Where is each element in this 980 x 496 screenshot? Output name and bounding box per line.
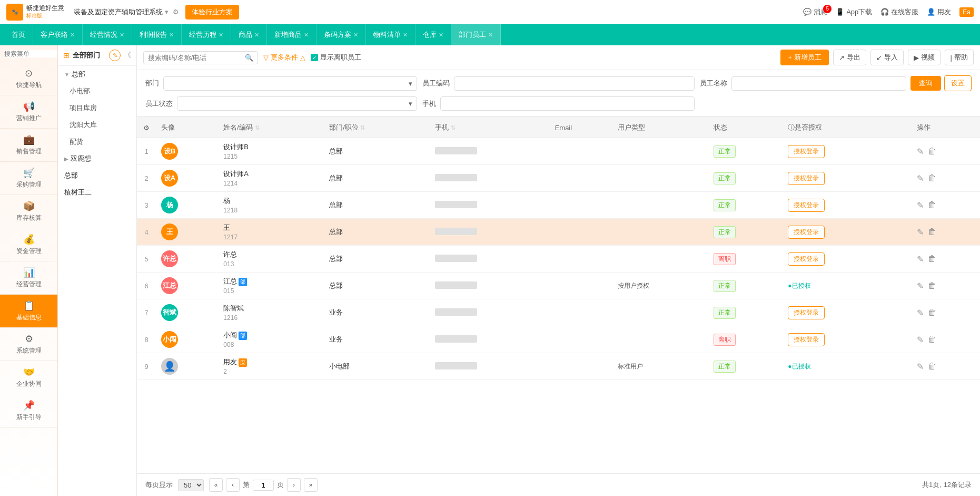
- export-button[interactable]: ↗ 导出: [833, 50, 866, 65]
- sidebar-search-input[interactable]: [4, 50, 58, 57]
- filter-status-select[interactable]: ▾: [177, 96, 417, 111]
- tab-bom[interactable]: 物料清单 ✕: [366, 24, 415, 45]
- close-icon[interactable]: ✕: [304, 32, 309, 38]
- last-page-btn[interactable]: »: [304, 478, 318, 492]
- close-icon[interactable]: ✕: [219, 32, 223, 38]
- add-employee-button[interactable]: + 新增员工: [780, 50, 828, 65]
- dept-item-zongbu2[interactable]: 总部: [58, 167, 136, 184]
- trial-button[interactable]: 体验行业方案: [185, 5, 239, 20]
- video-button[interactable]: ▶ 视频: [908, 50, 941, 65]
- help-button[interactable]: | 帮助: [945, 50, 974, 65]
- next-page-btn[interactable]: ›: [287, 478, 301, 492]
- tab-home[interactable]: 首页: [4, 24, 33, 45]
- tab-customer[interactable]: 客户联络 ✕: [33, 24, 83, 45]
- sidebar-item-purchase[interactable]: 🛒 采购管理: [0, 162, 57, 195]
- sort-icon[interactable]: ⇅: [360, 124, 365, 131]
- edit-icon[interactable]: ✎: [917, 227, 924, 237]
- sidebar-item-marketing[interactable]: 📢 营销推广: [0, 95, 57, 129]
- tab-operation[interactable]: 经营情况 ✕: [83, 24, 132, 45]
- show-resigned-toggle[interactable]: ✓ 显示离职员工: [311, 53, 361, 62]
- close-icon[interactable]: ✕: [488, 32, 493, 38]
- tab-warehouse[interactable]: 仓库 ✕: [415, 24, 451, 45]
- sidebar-item-system[interactable]: ⚙ 系统管理: [0, 328, 57, 361]
- delete-icon[interactable]: 🗑: [928, 308, 936, 317]
- sidebar-item-basic[interactable]: 📋 基础信息: [0, 295, 57, 328]
- sidebar-item-stock[interactable]: 📦 库存核算: [0, 195, 57, 228]
- sidebar-item-enterprise[interactable]: 🤝 企业协同: [0, 361, 57, 394]
- filter-dept-select[interactable]: ▾: [163, 76, 417, 91]
- edit-icon[interactable]: ✎: [917, 362, 924, 372]
- close-icon[interactable]: ✕: [439, 32, 443, 38]
- message-btn[interactable]: 💬 5 消息: [803, 7, 827, 17]
- edit-icon[interactable]: ✎: [917, 281, 924, 291]
- emp-name-input[interactable]: [731, 76, 906, 91]
- delete-icon[interactable]: 🗑: [928, 227, 936, 237]
- close-icon[interactable]: ✕: [169, 32, 174, 38]
- close-icon[interactable]: ✕: [403, 32, 408, 38]
- user-avatar[interactable]: 👤 用友: [927, 7, 951, 17]
- title-dropdown-icon[interactable]: ▾: [165, 8, 169, 16]
- auth-button[interactable]: 授权登录: [788, 333, 825, 346]
- tab-history[interactable]: 经营历程 ✕: [182, 24, 231, 45]
- dept-item-zongbu-group[interactable]: ▼ 总部: [58, 66, 136, 83]
- first-page-btn[interactable]: «: [209, 478, 223, 492]
- col-name[interactable]: 姓名/编码 ⇅: [218, 118, 324, 138]
- auth-button[interactable]: 授权登录: [788, 252, 825, 266]
- delete-icon[interactable]: 🗑: [928, 147, 936, 156]
- sort-icon[interactable]: ⇅: [255, 124, 260, 131]
- sidebar-item-sales[interactable]: 💼 销售管理: [0, 129, 57, 162]
- page-input[interactable]: [253, 480, 274, 491]
- delete-icon[interactable]: 🗑: [928, 200, 936, 210]
- settings-icon[interactable]: ⚙: [173, 8, 179, 16]
- sidebar-item-bizop[interactable]: 📊 经营管理: [0, 261, 57, 295]
- col-dept[interactable]: 部门/职位 ⇅: [324, 118, 430, 138]
- dept-item-shuanglu[interactable]: ▶ 双鹿想: [58, 150, 136, 167]
- delete-icon[interactable]: 🗑: [928, 281, 936, 290]
- edit-icon[interactable]: ✎: [917, 335, 924, 345]
- edit-icon[interactable]: ✎: [917, 254, 924, 264]
- close-icon[interactable]: ✕: [120, 32, 124, 38]
- tab-employee[interactable]: 部门员工 ✕: [451, 24, 501, 45]
- dept-item-peihuo[interactable]: 配货: [58, 133, 136, 150]
- set-button[interactable]: 设置: [944, 75, 972, 91]
- tab-goods[interactable]: 商品 ✕: [231, 24, 267, 45]
- prev-page-btn[interactable]: ‹: [226, 478, 240, 492]
- auth-button[interactable]: 授权登录: [788, 226, 825, 239]
- dept-item-project[interactable]: 项目库房: [58, 100, 136, 116]
- close-icon[interactable]: ✕: [70, 32, 75, 38]
- import-button[interactable]: ↙ 导入: [870, 50, 904, 65]
- page-size-select[interactable]: 50: [178, 479, 204, 491]
- auth-button[interactable]: 授权登录: [788, 306, 825, 319]
- auth-button[interactable]: 授权登录: [788, 145, 825, 158]
- dept-collapse-icon[interactable]: 《: [124, 51, 131, 60]
- col-settings[interactable]: ⚙: [137, 118, 156, 138]
- edit-icon[interactable]: ✎: [917, 147, 924, 157]
- auth-button[interactable]: 授权登录: [788, 172, 825, 185]
- tab-profit[interactable]: 利润报告 ✕: [132, 24, 182, 45]
- edit-icon[interactable]: ✎: [917, 173, 924, 183]
- sort-icon[interactable]: ⇅: [451, 124, 456, 131]
- tab-barcode[interactable]: 条码方案 ✕: [316, 24, 366, 45]
- delete-icon[interactable]: 🗑: [928, 173, 936, 183]
- dept-edit-icon[interactable]: ✎: [109, 50, 121, 61]
- edit-icon[interactable]: ✎: [917, 308, 924, 318]
- app-download-btn[interactable]: 📱 App下载: [836, 7, 872, 17]
- dept-item-shenyang[interactable]: 沈阳大库: [58, 116, 136, 133]
- online-service-btn[interactable]: 🎧 在线客服: [880, 7, 918, 17]
- tab-new-goods[interactable]: 新增商品 ✕: [267, 24, 316, 45]
- sidebar-item-guide[interactable]: 📌 新手引导: [0, 394, 57, 427]
- close-icon[interactable]: ✕: [353, 32, 358, 38]
- close-icon[interactable]: ✕: [254, 32, 259, 38]
- search-input[interactable]: [148, 54, 243, 62]
- phone-input[interactable]: [440, 96, 694, 111]
- delete-icon[interactable]: 🗑: [928, 335, 936, 344]
- edit-icon[interactable]: ✎: [917, 200, 924, 210]
- auth-button[interactable]: 授权登录: [788, 199, 825, 212]
- delete-icon[interactable]: 🗑: [928, 254, 936, 264]
- sidebar-item-finance[interactable]: 💰 资金管理: [0, 228, 57, 261]
- delete-icon[interactable]: 🗑: [928, 362, 936, 371]
- dept-item-xiaodibu[interactable]: 小电部: [58, 83, 136, 100]
- more-filter-btn[interactable]: ▽ 更多条件 △: [263, 53, 305, 62]
- search-icon[interactable]: 🔍: [245, 54, 253, 62]
- emp-code-input[interactable]: [454, 76, 694, 91]
